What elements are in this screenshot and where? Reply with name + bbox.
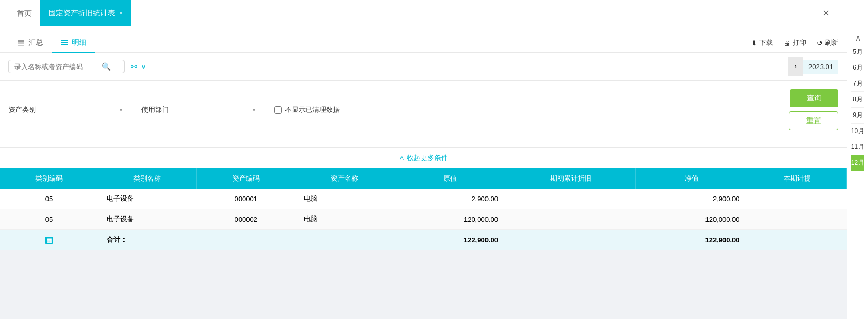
department-label: 使用部门 (141, 105, 169, 115)
asset-type-field: 资产类别 (8, 104, 125, 116)
detail-tab-label: 明细 (72, 38, 87, 48)
asset-type-select-wrapper[interactable] (40, 104, 125, 116)
advanced-filter-panel: 资产类别 使用部门 不显示已清理数据 (0, 81, 847, 148)
sub-tabs-bar: 汇总 明细 ⬇ 下载 🖨 打印 ↺ 刷新 (0, 26, 847, 53)
cell-code: 05 (0, 189, 98, 209)
col-category-code: 类别编码 (0, 168, 98, 189)
sidebar-month-item[interactable]: 11月 (851, 139, 864, 155)
download-icon: ⬇ (751, 39, 757, 47)
table-header-row: 类别编码 类别名称 资产编码 资产名称 原值 期初累计折旧 净值 本期计提 (0, 168, 847, 189)
filter-actions: 查询 重置 (789, 89, 838, 130)
col-asset-code: 资产编码 (197, 168, 295, 189)
cell-accum-depr (507, 209, 635, 230)
cell-period-depr (748, 189, 847, 209)
layers-icon (17, 39, 25, 47)
active-tab[interactable]: 固定资产折旧统计表 × (40, 0, 131, 26)
collapse-bar[interactable]: ∧ 收起更多条件 (0, 148, 847, 168)
col-category-name: 类别名称 (98, 168, 197, 189)
cell-asset-code: 000002 (197, 209, 295, 230)
tab-detail[interactable]: 明细 (52, 38, 95, 53)
no-cleared-checkbox[interactable] (274, 106, 282, 114)
download-btn[interactable]: ⬇ 下载 (751, 38, 773, 48)
col-accum-depr: 期初累计折旧 (507, 168, 635, 189)
cell-original: 120,000.00 (394, 209, 507, 230)
sidebar-month-item[interactable]: 6月 (851, 60, 864, 76)
print-btn[interactable]: 🖨 打印 (784, 38, 806, 48)
svg-rect-3 (61, 40, 68, 41)
list-icon (60, 39, 69, 47)
home-nav[interactable]: 首页 (8, 0, 40, 26)
search-icon: 🔍 (102, 62, 111, 71)
summary-period-depr (748, 230, 847, 250)
right-sidebar: ∧ 5月6月7月8月9月10月11月12月 (847, 0, 868, 319)
summary-accum-depr (507, 230, 635, 250)
svg-rect-2 (18, 45, 24, 46)
table-row: 05 电子设备 000002 电脑 120,000.00 120,000.00 (0, 209, 847, 230)
sidebar-month-item[interactable]: 9月 (851, 108, 864, 124)
month-list: 5月6月7月8月9月10月11月12月 (851, 44, 864, 171)
cell-accum-depr (507, 189, 635, 209)
cell-asset-code: 000001 (197, 189, 295, 209)
search-input[interactable] (14, 63, 99, 71)
reset-btn[interactable]: 重置 (789, 111, 838, 130)
date-nav-arrow[interactable]: › (788, 57, 803, 76)
date-nav: › 2023.01 (788, 57, 838, 76)
summary-icon-cell: ▦ (0, 230, 98, 250)
cell-asset-name: 电脑 (295, 189, 394, 209)
scroll-up-arrow[interactable]: ∧ (847, 32, 868, 44)
table-container: 类别编码 类别名称 资产编码 资产名称 原值 期初累计折旧 净值 本期计提 05… (0, 168, 847, 319)
adv-filter-row: 资产类别 使用部门 不显示已清理数据 (8, 89, 838, 130)
svg-rect-1 (18, 42, 24, 44)
tab-close-btn[interactable]: × (119, 10, 123, 17)
search-container[interactable]: 🔍 (8, 60, 125, 73)
tab-summary[interactable]: 汇总 (8, 38, 52, 53)
col-period-depr: 本期计提 (748, 168, 847, 189)
asset-type-select[interactable] (40, 104, 125, 116)
date-display: 2023.01 (803, 60, 838, 74)
department-field: 使用部门 (141, 104, 257, 116)
sidebar-month-item[interactable]: 12月 (851, 155, 864, 171)
svg-rect-5 (61, 44, 68, 45)
cell-code: 05 (0, 209, 98, 230)
no-cleared-label: 不显示已清理数据 (285, 105, 340, 115)
svg-rect-0 (18, 40, 24, 42)
toolbar-right: ⬇ 下载 🖨 打印 ↺ 刷新 (751, 38, 838, 52)
print-icon: 🖨 (784, 39, 790, 47)
cell-category: 电子设备 (98, 209, 197, 230)
filter-icon: ⚯ (131, 62, 137, 71)
query-btn[interactable]: 查询 (790, 89, 838, 107)
table-row: 05 电子设备 000001 电脑 2,900.00 2,900.00 (0, 189, 847, 209)
summary-net-value: 122,900.00 (635, 230, 748, 250)
cell-original: 2,900.00 (394, 189, 507, 209)
sidebar-month-item[interactable]: 5月 (851, 44, 864, 60)
print-label: 打印 (793, 38, 806, 48)
more-filter-btn[interactable]: ⚯ ∨ (131, 62, 146, 71)
collapse-label: ∧ 收起更多条件 (399, 154, 448, 162)
cell-net-value: 120,000.00 (635, 209, 748, 230)
window-close-btn[interactable]: ✕ (814, 7, 838, 19)
refresh-label: 刷新 (825, 38, 838, 48)
top-nav: 首页 固定资产折旧统计表 × ✕ (0, 0, 847, 26)
summary-original: 122,900.00 (394, 230, 507, 250)
col-original: 原值 (394, 168, 507, 189)
filter-bar: 🔍 ⚯ ∨ › 2023.01 (0, 53, 847, 81)
sidebar-month-item[interactable]: 7月 (851, 76, 864, 92)
tab-label: 固定资产折旧统计表 (49, 8, 115, 18)
refresh-icon: ↺ (817, 39, 823, 47)
cell-asset-name: 电脑 (295, 209, 394, 230)
data-table: 类别编码 类别名称 资产编码 资产名称 原值 期初累计折旧 净值 本期计提 05… (0, 168, 847, 250)
col-net-value: 净值 (635, 168, 748, 189)
sidebar-month-item[interactable]: 10月 (851, 124, 864, 139)
no-cleared-checkbox-label[interactable]: 不显示已清理数据 (274, 105, 340, 115)
department-select-wrapper[interactable] (173, 104, 257, 116)
cell-period-depr (748, 209, 847, 230)
refresh-btn[interactable]: ↺ 刷新 (817, 38, 838, 48)
sidebar-month-item[interactable]: 8月 (851, 92, 864, 108)
department-select[interactable] (173, 104, 257, 116)
download-label: 下载 (759, 38, 773, 48)
summary-icon: ▦ (45, 237, 53, 244)
cell-category: 电子设备 (98, 189, 197, 209)
chevron-down-icon: ∨ (141, 63, 146, 70)
cell-net-value: 2,900.00 (635, 189, 748, 209)
asset-type-label: 资产类别 (8, 105, 36, 115)
